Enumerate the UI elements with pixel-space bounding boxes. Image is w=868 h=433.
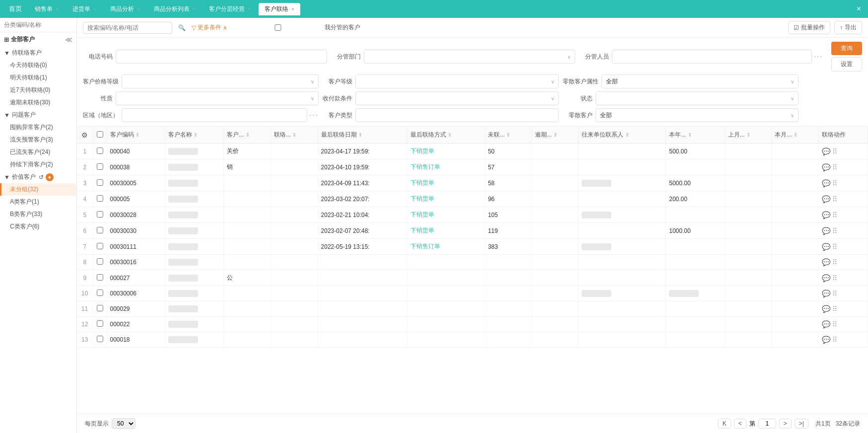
settings-icon[interactable]: ⚙: [81, 131, 88, 139]
more-conditions-btn[interactable]: ▽ 更多条件 ∧: [192, 23, 227, 32]
sidebar-group-pending[interactable]: ▼ 待联络客户: [0, 47, 76, 59]
last-method-link[interactable]: 下销售订单: [410, 243, 440, 250]
search-icon[interactable]: 🔍: [178, 24, 186, 31]
sidebar-item-type-b[interactable]: B类客户(33): [0, 208, 76, 220]
sidebar-item-declining[interactable]: 持续下滑客户(2): [0, 158, 76, 171]
row-checkbox[interactable]: [97, 243, 103, 249]
sidebar-item-tomorrow[interactable]: 明天待联络(1): [0, 72, 76, 84]
close-sales-tab[interactable]: ×: [56, 6, 59, 12]
message-icon[interactable]: 💬: [822, 320, 830, 328]
grid-action-icon[interactable]: ⠿: [832, 243, 837, 251]
grid-action-icon[interactable]: ⠿: [832, 274, 837, 282]
search-input[interactable]: [83, 22, 172, 34]
message-icon[interactable]: 💬: [822, 163, 830, 171]
export-button[interactable]: ↑ 导出: [834, 21, 862, 34]
retail-attr-select[interactable]: 全部∨: [601, 74, 799, 88]
grid-action-icon[interactable]: ⠿: [832, 179, 837, 187]
message-icon[interactable]: 💬: [822, 336, 830, 344]
row-checkbox[interactable]: [97, 179, 103, 186]
grid-action-icon[interactable]: ⠿: [832, 289, 837, 297]
message-icon[interactable]: 💬: [822, 211, 830, 219]
sidebar-item-ungrouped[interactable]: 未分组(32): [0, 183, 76, 196]
last-method-link[interactable]: 下销货单: [410, 195, 434, 202]
grid-action-icon[interactable]: ⠿: [832, 147, 837, 155]
price-level-select[interactable]: ∨: [122, 74, 319, 88]
grid-action-icon[interactable]: ⠿: [832, 211, 837, 219]
sidebar-search-input[interactable]: [4, 21, 77, 28]
sidebar-item-hoarding[interactable]: 囤购异常客户(2): [0, 121, 76, 134]
nav-home[interactable]: 首页: [4, 2, 27, 15]
status-select[interactable]: ∨: [596, 91, 799, 105]
row-checkbox[interactable]: [97, 147, 103, 154]
row-checkbox[interactable]: [97, 195, 103, 202]
last-page-btn[interactable]: >|: [795, 419, 808, 429]
message-icon[interactable]: 💬: [822, 179, 830, 187]
sidebar-item-7days[interactable]: 近7天待联络(0): [0, 84, 76, 96]
collapse-icon[interactable]: ≪: [65, 36, 72, 44]
row-checkbox[interactable]: [97, 227, 103, 233]
grid-action-icon[interactable]: ⠿: [832, 195, 837, 203]
close-product-analysis-list-tab[interactable]: ×: [193, 6, 196, 12]
all-customers-header[interactable]: ⊞ 全部客户 ≪: [0, 32, 76, 47]
nav-tab-customer-tier[interactable]: 客户分层经营 ×: [203, 3, 257, 15]
sidebar-group-problem[interactable]: ▼ 问题客户: [0, 109, 76, 121]
last-method-link[interactable]: 下销货单: [410, 179, 434, 186]
page-size-select[interactable]: 50: [112, 418, 135, 429]
row-checkbox[interactable]: [97, 320, 103, 327]
dept-select[interactable]: ∨: [364, 50, 575, 64]
row-checkbox[interactable]: [97, 211, 103, 217]
sidebar-item-type-a[interactable]: A类客户(1): [0, 196, 76, 208]
customer-level-select[interactable]: ∨: [355, 74, 558, 88]
grid-action-icon[interactable]: ⠿: [832, 320, 837, 328]
nav-tab-product-analysis-list[interactable]: 商品分析列表 ×: [148, 3, 201, 15]
close-customer-tier-tab[interactable]: ×: [248, 6, 251, 12]
row-checkbox[interactable]: [97, 274, 103, 281]
nav-tab-sales[interactable]: 销售单 ×: [29, 3, 65, 15]
nav-tab-product-analysis[interactable]: 商品分析 ×: [104, 3, 146, 15]
message-icon[interactable]: 💬: [822, 289, 830, 297]
message-icon[interactable]: 💬: [822, 258, 830, 266]
row-checkbox[interactable]: [97, 289, 103, 296]
sidebar-item-overdue[interactable]: 逾期未联络(30): [0, 96, 76, 109]
last-method-link[interactable]: 下销售订单: [410, 163, 440, 170]
retail-customer-select[interactable]: 全部∨: [596, 108, 799, 122]
close-purchase-tab[interactable]: ×: [93, 6, 96, 12]
payment-select[interactable]: ∨: [355, 91, 558, 105]
last-method-link[interactable]: 下销货单: [410, 147, 434, 154]
sidebar-item-type-c[interactable]: C类客户(6): [0, 220, 76, 233]
next-page-btn[interactable]: >: [779, 419, 792, 429]
grid-action-icon[interactable]: ⠿: [832, 336, 837, 344]
grid-action-icon[interactable]: ⠿: [832, 163, 837, 171]
message-icon[interactable]: 💬: [822, 195, 830, 203]
nav-tab-purchase[interactable]: 进货单 ×: [67, 3, 102, 15]
first-page-btn[interactable]: K: [718, 419, 731, 429]
last-method-link[interactable]: 下销货单: [410, 227, 434, 234]
region-input[interactable]: [122, 108, 307, 122]
page-number-input[interactable]: [758, 419, 776, 429]
nav-tab-customer-contact[interactable]: 客户联络 ×: [259, 3, 300, 15]
last-method-link[interactable]: 下销货单: [410, 211, 434, 218]
message-icon[interactable]: 💬: [822, 274, 830, 282]
region-dots-icon[interactable]: ···: [309, 111, 319, 120]
reset-button[interactable]: 设置: [831, 57, 862, 72]
my-customers-checkbox[interactable]: [233, 24, 323, 31]
query-button[interactable]: 查询: [831, 42, 862, 55]
phone-input[interactable]: [116, 50, 327, 64]
prev-page-btn[interactable]: <: [734, 419, 746, 429]
person-input[interactable]: [612, 50, 812, 64]
row-checkbox[interactable]: [97, 163, 103, 170]
nature-select[interactable]: ∨: [116, 91, 319, 105]
row-checkbox[interactable]: [97, 336, 103, 342]
batch-op-button[interactable]: ☑ 批量操作: [788, 21, 830, 34]
close-customer-contact-tab[interactable]: ×: [291, 6, 294, 12]
message-icon[interactable]: 💬: [822, 305, 830, 313]
refresh-icon[interactable]: ↺: [39, 174, 44, 181]
sidebar-group-value[interactable]: ▼ 价值客户 ↺ ●: [0, 171, 76, 183]
close-product-analysis-tab[interactable]: ×: [137, 6, 140, 12]
grid-action-icon[interactable]: ⠿: [832, 258, 837, 266]
message-icon[interactable]: 💬: [822, 147, 830, 155]
message-icon[interactable]: 💬: [822, 227, 830, 235]
person-dots-icon[interactable]: ···: [814, 52, 823, 61]
sidebar-item-churn-warning[interactable]: 流失预警客户(3): [0, 134, 76, 146]
customer-type-input[interactable]: [355, 108, 558, 122]
